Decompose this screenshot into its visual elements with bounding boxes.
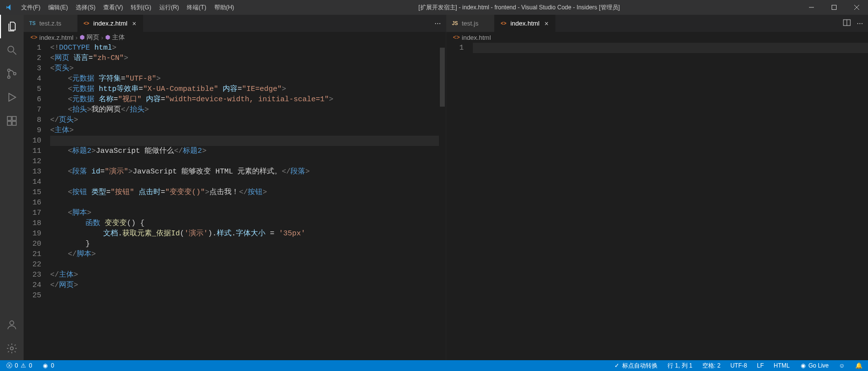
activity-extensions[interactable]: [0, 109, 24, 133]
code-line[interactable]: <元数据 http等效串="X-UA-Compatible" 内容="IE=ed…: [50, 84, 439, 94]
activity-bar: [0, 15, 24, 360]
code-line[interactable]: <主体>: [50, 125, 439, 136]
code-line[interactable]: <段落 id="演示">JavaScript 能够改变 HTML 元素的样式。<…: [50, 167, 439, 177]
code-line[interactable]: <页头>: [50, 63, 439, 74]
status-cursor-position[interactable]: 行 1, 列 1: [665, 362, 694, 370]
code-line[interactable]: [50, 136, 439, 146]
code-line[interactable]: <抬头>我的网页</抬头>: [50, 105, 439, 115]
tab-index-html[interactable]: <>index.html×: [494, 15, 555, 32]
menu-file[interactable]: 文件(F): [17, 0, 44, 15]
close-button[interactable]: [845, 0, 868, 15]
code-editor-right[interactable]: 1: [446, 43, 868, 360]
activity-search[interactable]: [0, 38, 24, 62]
activity-settings[interactable]: [0, 337, 24, 360]
editor-overflow-icon[interactable]: ⋯: [857, 20, 863, 27]
minimize-button[interactable]: [800, 0, 823, 15]
tab-label: test.z.ts: [39, 20, 61, 27]
html-file-icon: <>: [30, 34, 37, 41]
window-title: [扩展开发宿主] - index.html - frontend - Visua…: [238, 3, 800, 12]
tab-index-z-html[interactable]: <>index.z.html×: [78, 15, 144, 32]
menu-edit[interactable]: 编辑(E): [44, 0, 72, 15]
status-problems[interactable]: ⓧ0 ⚠0: [4, 362, 34, 369]
svg-rect-12: [12, 121, 16, 125]
code-line[interactable]: </主体>: [50, 270, 439, 280]
breadcrumb-label: index.html: [462, 34, 491, 41]
code-line[interactable]: [50, 259, 439, 270]
code-line[interactable]: [50, 290, 439, 301]
gear-icon: [6, 342, 18, 354]
svg-point-8: [14, 73, 16, 75]
breadcrumbs-left[interactable]: <>index.z.html›⬢网页›⬢主体: [24, 32, 446, 43]
menu-terminal[interactable]: 终端(T): [183, 0, 210, 15]
split-editor-icon[interactable]: [843, 19, 851, 28]
code-line[interactable]: 函数 变变变() {: [50, 218, 439, 228]
close-tab-icon[interactable]: ×: [130, 20, 138, 28]
status-language[interactable]: HTML: [772, 362, 792, 369]
status-eol[interactable]: LF: [755, 362, 766, 369]
bell-icon: 🔔: [855, 362, 862, 369]
warning-icon: ⚠: [20, 362, 27, 369]
breadcrumb-item[interactable]: <>index.html: [453, 34, 491, 41]
svg-rect-11: [7, 121, 11, 125]
typescript-file-icon: TS: [29, 20, 36, 28]
code-line[interactable]: [50, 198, 439, 208]
breadcrumbs-right[interactable]: <>index.html: [446, 32, 868, 43]
activity-scm[interactable]: [0, 62, 24, 86]
tab-label: index.html: [510, 20, 539, 27]
radio-icon: ◉: [42, 362, 49, 369]
title-bar: 文件(F) 编辑(E) 选择(S) 查看(V) 转到(G) 运行(R) 终端(T…: [0, 0, 868, 15]
status-encoding[interactable]: UTF-8: [728, 362, 749, 369]
tab-test-js[interactable]: JStest.js×: [446, 15, 495, 32]
minimap-left[interactable]: [439, 43, 446, 360]
menu-select[interactable]: 选择(S): [72, 0, 99, 15]
activity-account[interactable]: [0, 313, 24, 337]
code-editor-left[interactable]: 1234567891011121314151617181920212223242…: [24, 43, 446, 360]
breadcrumb-item[interactable]: ⬢主体: [105, 33, 125, 42]
status-bar: ⓧ0 ⚠0 ◉0 ✓标点自动转换 行 1, 列 1 空格: 2 UTF-8 LF…: [0, 360, 868, 371]
status-feedback[interactable]: ☺: [837, 362, 847, 369]
run-icon: [6, 91, 18, 103]
close-tab-icon[interactable]: ×: [543, 20, 550, 28]
editor-overflow-icon[interactable]: ⋯: [434, 20, 441, 27]
menu-view[interactable]: 查看(V): [99, 0, 127, 15]
activity-run-debug[interactable]: [0, 86, 24, 109]
maximize-button[interactable]: [823, 0, 845, 15]
tab-label: index.z.html: [93, 20, 127, 27]
status-indentation[interactable]: 空格: 2: [700, 362, 723, 370]
code-line[interactable]: <网页 语言="zh-CN">: [50, 53, 439, 63]
tab-bar-left: TStest.z.ts×<>index.z.html× ⋯: [24, 15, 446, 32]
breadcrumb-label: 网页: [87, 33, 99, 42]
menu-run[interactable]: 运行(R): [155, 0, 183, 15]
svg-point-6: [8, 69, 10, 72]
code-line[interactable]: <元数据 名称="视口" 内容="width=device-width, ini…: [50, 94, 439, 105]
activity-explorer[interactable]: [0, 15, 24, 38]
code-line[interactable]: 文档.获取元素_依据Id('演示').样式.字体大小 = '35px': [50, 228, 439, 239]
code-line[interactable]: <元数据 字符集="UTF-8">: [50, 74, 439, 84]
code-line[interactable]: [50, 177, 439, 187]
status-auto-convert[interactable]: ✓标点自动转换: [611, 362, 660, 370]
menu-help[interactable]: 帮助(H): [210, 0, 238, 15]
breadcrumb-item[interactable]: <>index.z.html: [30, 34, 73, 41]
chevron-right-icon: ›: [101, 34, 103, 41]
code-line[interactable]: [50, 156, 439, 167]
tab-test-z-ts[interactable]: TStest.z.ts×: [24, 15, 78, 32]
status-notifications[interactable]: 🔔: [853, 362, 864, 369]
editor-group-left: TStest.z.ts×<>index.z.html× ⋯ <>index.z.…: [24, 15, 446, 360]
code-line[interactable]: <!DOCTYPE html>: [50, 43, 439, 53]
code-line[interactable]: </网页>: [50, 280, 439, 290]
code-line[interactable]: <脚本>: [50, 208, 439, 218]
status-port[interactable]: ◉0: [40, 362, 56, 369]
code-line[interactable]: </页头>: [50, 115, 439, 125]
svg-point-7: [8, 76, 10, 79]
code-line[interactable]: <标题2>JavaScript 能做什么</标题2>: [50, 146, 439, 156]
status-go-live[interactable]: ◉Go Live: [798, 362, 831, 369]
code-line[interactable]: <按钮 类型="按钮" 点击时="变变变()">点击我！</按钮>: [50, 187, 439, 198]
svg-point-14: [10, 347, 13, 350]
code-line[interactable]: }: [50, 239, 439, 249]
menu-go[interactable]: 转到(G): [127, 0, 155, 15]
code-line[interactable]: </脚本>: [50, 249, 439, 259]
code-line[interactable]: [473, 43, 868, 53]
javascript-file-icon: JS: [451, 20, 459, 28]
breadcrumb-item[interactable]: ⬢网页: [80, 33, 99, 42]
window-controls: [800, 0, 868, 15]
